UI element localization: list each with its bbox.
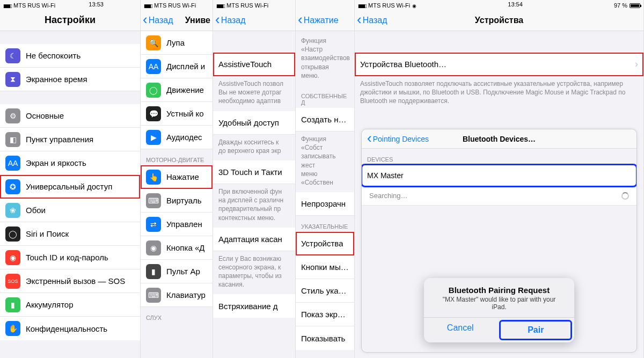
status-bar: MTS RUS Wi-Fi 13:53 bbox=[0, 0, 140, 10]
alert-title: Bluetooth Pairing Request bbox=[424, 278, 574, 296]
group-header-pointer: УКАЗАТЕЛЬНЫЕ bbox=[296, 216, 354, 232]
accessibility-icon: ✪ bbox=[5, 179, 20, 194]
row-shake-to-undo[interactable]: Встряхивание д bbox=[213, 294, 295, 318]
row-bt-devices[interactable]: Устройства Bluetooth…› bbox=[355, 53, 643, 76]
row-magnifier[interactable]: 🔍Лупа bbox=[141, 31, 213, 55]
carrier-label: MTS RUS Wi-Fi bbox=[226, 2, 268, 9]
carrier-label: MTS RUS Wi-Fi bbox=[13, 2, 55, 9]
cancel-button[interactable]: Cancel bbox=[424, 318, 497, 342]
signal-icon bbox=[3, 2, 11, 9]
alert-pairing: Bluetooth Pairing Request "MX Master" wo… bbox=[424, 278, 574, 342]
navbar-accessibility: Назад Униве bbox=[141, 10, 213, 31]
row-battery[interactable]: ▮Аккумулятор bbox=[0, 293, 140, 317]
navbar-touch: Назад bbox=[213, 10, 295, 31]
fingerprint-icon: ◉ bbox=[5, 250, 20, 265]
text-size-icon: AA bbox=[5, 156, 20, 171]
row-reachability[interactable]: Удобный доступ bbox=[213, 111, 295, 135]
sos-icon: SOS bbox=[5, 274, 20, 289]
spinner-icon bbox=[621, 192, 629, 200]
audio-desc-icon: ▶ bbox=[146, 130, 161, 145]
back-button[interactable]: Назад bbox=[357, 16, 387, 25]
row-3dtouch[interactable]: 3D Touch и Такти bbox=[213, 160, 295, 184]
remote-icon: ▮ bbox=[146, 264, 161, 279]
carrier-label: MTS RUS Wi-Fi bbox=[368, 2, 410, 9]
note-reachability: Дважды коснитесь к до верхнего края экр bbox=[213, 135, 295, 160]
row-touch-accommodation[interactable]: Адаптация касан bbox=[213, 228, 295, 251]
battery-icon bbox=[630, 3, 640, 8]
hourglass-icon: ⧗ bbox=[5, 72, 20, 87]
battery-icon: ▮ bbox=[5, 297, 20, 312]
row-display-text[interactable]: AAДисплей и bbox=[141, 55, 213, 78]
moon-icon: ☾ bbox=[5, 48, 20, 63]
row-opacity[interactable]: Непрозрачн bbox=[296, 192, 354, 216]
keyboard-icon: ⌨ bbox=[146, 193, 161, 208]
status-time: 13:54 bbox=[508, 1, 523, 10]
page-title: Униве bbox=[185, 16, 210, 25]
row-keyboard[interactable]: ⌨Клавиатур bbox=[141, 283, 213, 307]
row-bt-device[interactable]: MX Master bbox=[362, 165, 636, 186]
note-top: Функция «Настр взаимодействов открывая м… bbox=[296, 31, 354, 85]
row-show-always[interactable]: Показывать bbox=[296, 326, 354, 350]
row-touch[interactable]: 👆Нажатие bbox=[141, 165, 213, 189]
switch-icon: ⇄ bbox=[146, 217, 161, 232]
back-button[interactable]: Назад bbox=[143, 16, 173, 25]
row-control-center[interactable]: ◧Пункт управления bbox=[0, 128, 140, 151]
back-button[interactable]: Pointing Devices bbox=[367, 135, 429, 143]
pair-button[interactable]: Pair bbox=[499, 320, 573, 340]
row-pointer-style[interactable]: Стиль указат bbox=[296, 279, 354, 303]
text-size-icon: AA bbox=[146, 59, 161, 74]
keyboard-icon: ⌨ bbox=[146, 288, 161, 303]
siri-icon: ◯ bbox=[5, 227, 20, 242]
panel-accessibility: MTS RUS Wi-Fi Назад Униве 🔍Лупа AAДиспле… bbox=[141, 0, 213, 358]
panel-settings: MTS RUS Wi-Fi 13:53 Настройки ☾Не беспок… bbox=[0, 0, 141, 358]
row-accessibility[interactable]: ✪Универсальный доступ bbox=[0, 175, 140, 199]
row-spoken[interactable]: 💬Устный ко bbox=[141, 102, 213, 126]
row-privacy[interactable]: ✋Конфиденциальность bbox=[0, 317, 140, 340]
navbar-devices: Назад Устройства bbox=[355, 10, 643, 31]
row-home-button[interactable]: ◉Кнопка «Д bbox=[141, 236, 213, 260]
note-assistivetouch: AssistiveTouch позвол Вы не можете дотра… bbox=[213, 76, 295, 111]
row-create-new[interactable]: Создать новь bbox=[296, 108, 354, 131]
chevron-right-icon: › bbox=[635, 59, 638, 70]
group-header-devices: DEVICES bbox=[362, 149, 636, 165]
row-apple-tv-remote[interactable]: ▮Пульт Ap bbox=[141, 260, 213, 283]
navbar-bt-devices: Pointing Devices Bluetooth Devices… bbox=[362, 129, 636, 149]
row-sos[interactable]: SOSЭкстренный вызов — SOS bbox=[0, 269, 140, 293]
back-button[interactable]: Назад bbox=[215, 16, 246, 25]
back-button[interactable]: Нажатие bbox=[298, 16, 339, 25]
row-mouse-buttons[interactable]: Кнопки мыши bbox=[296, 255, 354, 279]
note-3dtouch: При включенной фун на дисплей с различн … bbox=[213, 184, 295, 228]
row-screentime[interactable]: ⧗Экранное время bbox=[0, 68, 140, 91]
battery-percent: 97 % bbox=[614, 2, 627, 9]
alert-message: "MX Master" would like to pair with your… bbox=[424, 296, 574, 317]
signal-icon bbox=[216, 2, 224, 9]
status-bar: MTS RUS Wi-Fi bbox=[213, 0, 295, 10]
row-touch-id[interactable]: ◉Touch ID и код-пароль bbox=[0, 246, 140, 269]
row-general[interactable]: ⚙Основные bbox=[0, 104, 140, 128]
group-header-hearing: СЛУХ bbox=[141, 307, 213, 323]
panel-devices: MTS RUS Wi-Fi 13:54 97 % Назад Устройств… bbox=[355, 0, 644, 358]
speech-icon: 💬 bbox=[146, 106, 161, 121]
navbar-assistivetouch: Нажатие bbox=[296, 10, 354, 31]
row-display-brightness[interactable]: AAЭкран и яркость bbox=[0, 151, 140, 175]
touch-icon: 👆 bbox=[146, 170, 161, 185]
gear-icon: ⚙ bbox=[5, 108, 20, 123]
page-title: Настройки bbox=[2, 14, 138, 26]
row-devices[interactable]: Устройства bbox=[296, 232, 354, 255]
row-switch-control[interactable]: ⇄Управлен bbox=[141, 213, 213, 236]
panel-bt-devices: Pointing Devices Bluetooth Devices… DEVI… bbox=[361, 129, 637, 353]
status-time: 13:53 bbox=[89, 1, 104, 10]
status-bar: MTS RUS Wi-Fi 13:54 97 % bbox=[355, 0, 643, 10]
signal-icon bbox=[144, 2, 152, 9]
panel-touch: MTS RUS Wi-Fi Назад AssistiveTouch Assis… bbox=[213, 0, 296, 358]
row-wallpaper[interactable]: ❀Обои bbox=[0, 199, 140, 222]
row-assistivetouch[interactable]: AssistiveTouch bbox=[213, 53, 295, 76]
status-bar bbox=[296, 0, 354, 10]
row-dnd[interactable]: ☾Не беспокоить bbox=[0, 44, 140, 68]
row-motion[interactable]: ◯Движение bbox=[141, 78, 213, 102]
row-siri[interactable]: ◯Siri и Поиск bbox=[0, 222, 140, 246]
group-header-own: СОБСТВЕННЫЕ Д bbox=[296, 85, 354, 108]
row-audio-desc[interactable]: ▶Аудиодес bbox=[141, 126, 213, 149]
row-virtual-kb[interactable]: ⌨Виртуаль bbox=[141, 189, 213, 213]
row-show-screen[interactable]: Показ экранн bbox=[296, 303, 354, 326]
